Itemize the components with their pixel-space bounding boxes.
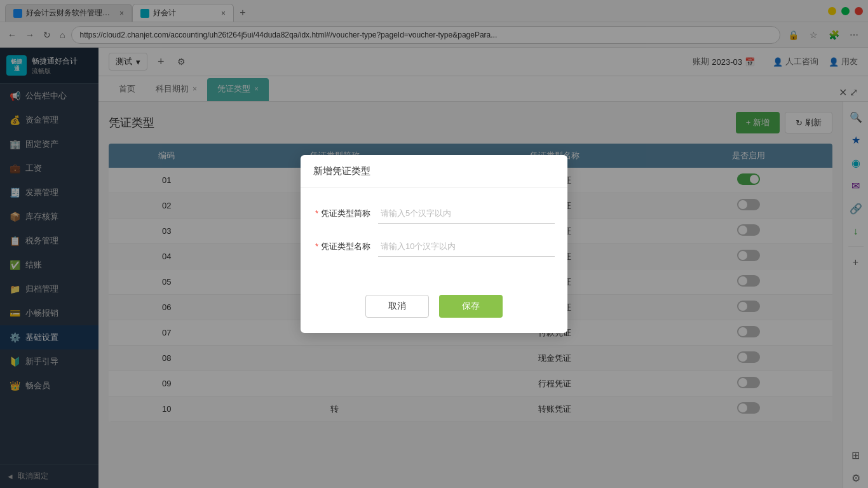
short-name-input[interactable] (378, 203, 555, 224)
dialog-header: 新增凭证类型 (301, 155, 567, 188)
dialog-title: 新增凭证类型 (313, 165, 370, 176)
dialog-body: *凭证类型简称 *凭证类型名称 (301, 188, 567, 285)
short-name-label: *凭证类型简称 (313, 208, 370, 219)
dialog-footer: 取消 保存 (301, 285, 567, 333)
save-button[interactable]: 保存 (439, 295, 503, 318)
new-voucher-type-dialog: 新增凭证类型 *凭证类型简称 *凭证类型名称 取消 保存 (301, 155, 567, 333)
full-name-input[interactable] (378, 236, 555, 257)
full-name-required: * (315, 241, 318, 251)
full-name-row: *凭证类型名称 (313, 236, 555, 257)
dialog-overlay: 新增凭证类型 *凭证类型简称 *凭证类型名称 取消 保存 (0, 0, 868, 488)
short-name-required: * (315, 208, 318, 218)
short-name-row: *凭证类型简称 (313, 203, 555, 224)
cancel-button[interactable]: 取消 (365, 295, 429, 318)
full-name-label: *凭证类型名称 (313, 241, 370, 252)
